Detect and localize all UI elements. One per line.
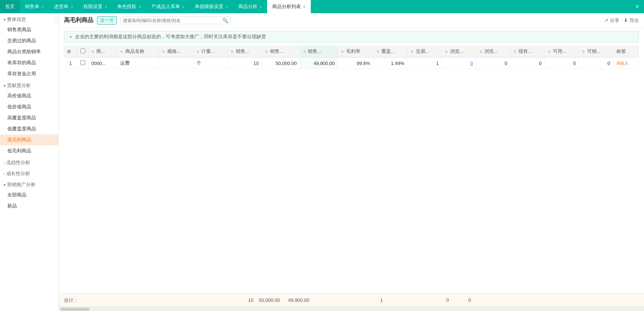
nav-permissions[interactable]: 权限设置 × <box>78 0 112 13</box>
sidebar-section-general[interactable]: ▾ 整体信息 <box>0 13 58 24</box>
sidebar-section-growth[interactable]: › 成长性分析 <box>0 167 58 178</box>
sidebar-item-low-value[interactable]: 低价值商品 <box>0 101 58 112</box>
sidebar-item-in-stock[interactable]: 有库存的商品 <box>0 57 58 68</box>
sort-icon-transaction: ⇅ <box>411 50 414 54</box>
top-navigation: 首页 销售单 × 进货单 × 权限设置 × 角色授权 × 产成品入库单 × 单据… <box>0 0 644 13</box>
cell-unit: 个 <box>193 58 227 69</box>
scrollbar-thumb[interactable] <box>60 308 90 311</box>
nav-product-analysis[interactable]: 商品分析 × <box>233 0 267 13</box>
nav-template[interactable]: 单据模板设置 × <box>190 0 233 13</box>
sort-icon-stock3: ⇅ <box>582 50 585 54</box>
export-label: 导出 <box>629 17 639 24</box>
nav-home[interactable]: 首页 <box>0 0 20 13</box>
search-input[interactable] <box>123 18 222 23</box>
col-sales3[interactable]: ⇅ 销售... <box>300 46 338 58</box>
sort-icon-coverage: ⇅ <box>377 50 379 54</box>
sidebar-item-high-value[interactable]: 高价值商品 <box>0 90 58 101</box>
col-stock1[interactable]: ⇅ 现有... <box>510 46 544 58</box>
export-button[interactable]: ⬇ 导出 <box>624 17 639 24</box>
sidebar-section-marketing[interactable]: ▾ 营销推广分析 <box>0 178 58 189</box>
nav-product-analysis-close[interactable]: × <box>260 4 262 9</box>
col-browse1[interactable]: ⇅ 浏览... <box>442 46 476 58</box>
nav-roles[interactable]: 角色授权 × <box>112 0 146 13</box>
cell-gross-rate: 99.8% <box>338 58 373 69</box>
nav-product-in[interactable]: 产成品入库单 × <box>146 0 190 13</box>
cell-tag: 高收入 <box>613 58 638 69</box>
col-checkbox[interactable] <box>77 46 88 58</box>
collapse-icon: « <box>58 18 59 23</box>
sort-icon-code: ⇅ <box>91 50 94 54</box>
section-general-label: 整体信息 <box>7 16 26 23</box>
cell-index: 1 <box>64 58 77 69</box>
cell-checkbox[interactable] <box>77 58 88 69</box>
row-checkbox[interactable] <box>80 60 85 65</box>
section-general-arrow: ▾ <box>4 18 6 22</box>
sidebar-item-low-margin[interactable]: 低毛利商品 <box>0 145 58 156</box>
sidebar-item-low-coverage[interactable]: 低覆盖度商品 <box>0 123 58 134</box>
search-icon[interactable]: 🔍 <box>222 18 228 23</box>
nav-sales-label: 销售单 <box>25 3 39 10</box>
col-gross-rate[interactable]: ⇅ 毛利率 <box>338 46 373 58</box>
nav-purchase-close[interactable]: × <box>71 4 73 9</box>
select-all-checkbox[interactable] <box>80 48 85 53</box>
sidebar-item-sales-goods[interactable]: 销售类商品 <box>0 24 58 35</box>
col-stock3[interactable]: ⇅ 可销... <box>579 46 613 58</box>
sidebar-item-traded-goods[interactable]: 交易过的商品 <box>0 35 58 46</box>
share-button[interactable]: ↗ 分享 <box>604 17 619 24</box>
section-growth-label: 成长性分析 <box>6 170 30 177</box>
col-unit[interactable]: ⇅ 计量... <box>193 46 227 58</box>
nav-analysis-list-close[interactable]: × <box>303 4 305 9</box>
col-code[interactable]: ⇅ 商... <box>88 46 117 58</box>
cell-name: 运费 <box>117 58 159 69</box>
col-coverage[interactable]: ⇅ 覆盖... <box>373 46 407 58</box>
filter-date-button[interactable]: 近一月 <box>97 16 117 25</box>
sidebar-item-new-goods[interactable]: 新品 <box>0 200 58 211</box>
col-browse2[interactable]: ⇅ 浏览... <box>476 46 510 58</box>
share-label: 分享 <box>610 17 619 24</box>
cell-code: 0000... <box>88 58 117 69</box>
search-box[interactable]: 🔍 <box>120 17 231 24</box>
nav-product-in-close[interactable]: × <box>182 4 184 9</box>
nav-permissions-label: 权限设置 <box>83 3 102 10</box>
sort-icon-name: ⇅ <box>120 50 123 54</box>
sort-icon-browse1: ⇅ <box>445 50 448 54</box>
nav-purchase[interactable]: 进货单 × <box>49 0 78 13</box>
col-stock2[interactable]: ⇅ 可用... <box>545 46 579 58</box>
nav-roles-close[interactable]: × <box>138 4 141 9</box>
sidebar-item-high-coverage[interactable]: 高覆盖度商品 <box>0 112 58 123</box>
nav-template-close[interactable]: × <box>226 4 228 9</box>
nav-product-analysis-label: 商品分析 <box>238 3 258 10</box>
footer-total: 合计： 10 50,000.00 49,900.00 1 0 0 <box>59 293 644 307</box>
col-spec[interactable]: ⇅ 规格... <box>159 46 193 58</box>
sidebar-item-category-rate[interactable]: 商品分类助销率 <box>0 46 58 57</box>
sidebar-section-trend[interactable]: › 流趋性分析 <box>0 156 58 167</box>
sidebar-item-all-goods[interactable]: 全部商品 <box>0 189 58 200</box>
settings-icon[interactable]: ⚙ <box>67 49 71 54</box>
nav-permissions-close[interactable]: × <box>105 4 107 9</box>
sidebar-section-contribution[interactable]: ▾ 贡献度分析 <box>0 79 58 90</box>
col-name[interactable]: ⇅ 商品名称 <box>117 46 159 58</box>
nav-analysis-list[interactable]: 商品分析列表 × <box>267 0 310 13</box>
close-window-button[interactable]: × <box>630 0 644 13</box>
sidebar-item-stock-capital[interactable]: 库存资金占用 <box>0 68 58 79</box>
col-tag[interactable]: 标签 <box>613 46 638 58</box>
cell-transaction: 1 <box>407 58 442 69</box>
section-contribution-arrow: ▾ <box>4 84 6 88</box>
horizontal-scrollbar[interactable] <box>59 307 644 311</box>
data-table: ⚙ ⇅ 商... ⇅ 商品名称 <box>64 46 639 69</box>
tag-badge: 高收入 <box>616 61 629 65</box>
sort-icon-gross: ⇅ <box>341 50 344 54</box>
table-container: ⚙ ⇅ 商... ⇅ 商品名称 <box>64 46 639 293</box>
nav-sales-close[interactable]: × <box>42 4 44 9</box>
col-settings[interactable]: ⚙ <box>64 46 77 58</box>
cell-browse1[interactable]: 0 <box>442 58 476 69</box>
nav-analysis-list-label: 商品分析列表 <box>272 3 301 10</box>
sidebar-item-high-margin[interactable]: 高毛利商品 <box>0 134 58 145</box>
nav-sales[interactable]: 销售单 × <box>20 0 49 13</box>
content-area: 高毛利商品 近一月 🔍 ↗ 分享 ⬇ 导出 ✦ 企业的主要的利润都是这部分商品创… <box>59 13 644 311</box>
nav-product-in-label: 产成品入库单 <box>151 3 180 10</box>
total-label: 合计： <box>64 297 86 304</box>
col-sales1[interactable]: ⇅ 销售... <box>227 46 262 58</box>
col-sales2[interactable]: ⇅ 销售... <box>262 46 300 58</box>
col-transaction[interactable]: ⇅ 交易... <box>407 46 442 58</box>
